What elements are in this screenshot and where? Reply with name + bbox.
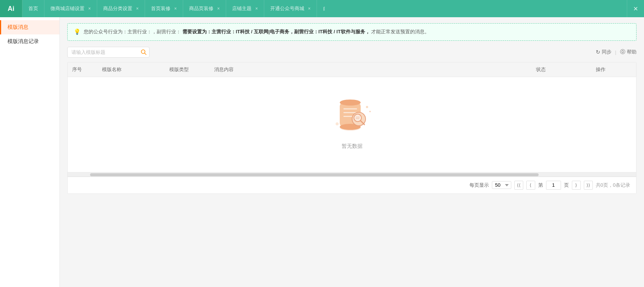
svg-point-16: [336, 122, 339, 125]
nav-tab-close-home-decor[interactable]: ×: [174, 6, 177, 11]
nav-tab-label-product-page-decor: 商品页装修: [189, 5, 213, 12]
search-right: ↻ 同步 | ⓪ 帮助: [596, 49, 637, 55]
table-header-status: 状态: [531, 62, 591, 77]
svg-point-4: [340, 100, 361, 106]
nav-tab-home-decor[interactable]: 首页装修×: [145, 0, 183, 17]
nav-tab-label-open-wechat-shop: 开通公众号商城: [270, 5, 304, 12]
svg-line-1: [145, 53, 146, 55]
current-page-input[interactable]: [546, 181, 561, 190]
horizontal-scrollbar[interactable]: [68, 172, 636, 177]
nav-tab-close-shop-theme[interactable]: ×: [255, 6, 258, 11]
search-button[interactable]: [141, 49, 147, 55]
help-button[interactable]: ⓪ 帮助: [620, 49, 637, 55]
nav-tab-home[interactable]: 首页: [22, 0, 44, 17]
table-header-type: 模版类型: [165, 62, 210, 77]
table-header-name: 模版名称: [98, 62, 165, 77]
search-left: [67, 47, 150, 58]
search-input[interactable]: [67, 47, 150, 58]
nav-tab-label-product-category: 商品分类设置: [103, 5, 132, 12]
svg-point-15: [369, 111, 371, 112]
search-input-wrap: [67, 47, 150, 58]
empty-text: 暂无数据: [342, 143, 363, 150]
page-size-label: 每页显示: [469, 182, 489, 189]
empty-state: 暂无数据: [68, 77, 636, 172]
last-page-button[interactable]: ⟩⟩: [584, 181, 593, 190]
nav-tab-product-category[interactable]: 商品分类设置×: [97, 0, 145, 17]
prev-page-button[interactable]: ⟨: [526, 181, 535, 190]
notice-icon: 💡: [74, 28, 81, 35]
search-bar: ↻ 同步 | ⓪ 帮助: [67, 47, 637, 58]
table-wrap: 序号模版名称模版类型消息内容状态操作: [67, 62, 637, 194]
nav-tab-shop-theme[interactable]: 店铺主题×: [226, 0, 264, 17]
first-page-button[interactable]: ⟨⟨: [514, 181, 523, 190]
nav-tab-label-wechat-shop-settings: 微商城店铺设置: [50, 5, 84, 12]
nav-tab-close-product-page-decor[interactable]: ×: [217, 6, 220, 11]
divider: |: [615, 49, 616, 55]
nav-tab-label-custom-menu: 自定义菜单: [323, 5, 324, 12]
table-header-action: 操作: [591, 62, 636, 77]
sidebar-items: 模版消息模版消息记录: [0, 20, 59, 49]
sync-icon: ↻: [596, 49, 600, 55]
notice-text: 您的公众号行业为：主营行业：，副营行业： 需要设置为：主营行业：IT科技 / 互…: [84, 28, 429, 36]
nav-tab-wechat-shop-settings[interactable]: 微商城店铺设置×: [44, 0, 97, 17]
sync-button[interactable]: ↻ 同步: [596, 49, 611, 55]
nav-tab-close-product-category[interactable]: ×: [136, 6, 139, 11]
main-content: 💡 您的公众号行业为：主营行业：，副营行业： 需要设置为：主营行业：IT科技 /…: [60, 17, 644, 287]
close-all-button[interactable]: ✕: [627, 0, 644, 17]
logo: Ai: [0, 0, 22, 17]
empty-illustration: [330, 92, 375, 137]
next-page-button[interactable]: ⟩: [572, 181, 581, 190]
nav-tab-product-page-decor[interactable]: 商品页装修×: [183, 0, 226, 17]
table-header-content: 消息内容: [210, 62, 531, 77]
sidebar-item-template-message[interactable]: 模版消息: [0, 20, 59, 34]
main-layout: 模版消息模版消息记录 💡 您的公众号行业为：主营行业：，副营行业： 需要设置为：…: [0, 17, 644, 287]
nav-tab-label-home: 首页: [28, 5, 38, 12]
nav-tab-label-home-decor: 首页装修: [151, 5, 170, 12]
total-label: 共0页，0条记录: [596, 182, 630, 189]
notice-box: 💡 您的公众号行业为：主营行业：，副营行业： 需要设置为：主营行业：IT科技 /…: [67, 23, 637, 41]
table-header-index: 序号: [68, 62, 98, 77]
page-label: 第: [538, 182, 543, 189]
sidebar: 模版消息模版消息记录: [0, 17, 60, 287]
pagination: 每页显示 102050100 ⟨⟨ ⟨ 第 页 ⟩ ⟩⟩ 共0页，0条记录: [68, 177, 636, 193]
nav-tab-open-wechat-shop[interactable]: 开通公众号商城×: [264, 0, 317, 17]
nav-tab-label-shop-theme: 店铺主题: [232, 5, 252, 12]
page-suffix: 页: [564, 182, 569, 189]
top-nav: Ai 首页微商城店铺设置×商品分类设置×首页装修×商品页装修×店铺主题×开通公众…: [0, 0, 644, 17]
nav-tab-custom-menu[interactable]: 自定义菜单×: [317, 0, 324, 17]
nav-tab-close-wechat-shop-settings[interactable]: ×: [88, 6, 91, 11]
sidebar-item-template-message-record[interactable]: 模版消息记录: [0, 34, 59, 49]
table-header: 序号模版名称模版类型消息内容状态操作: [68, 62, 636, 77]
help-icon: ⓪: [620, 49, 625, 55]
nav-tab-close-open-wechat-shop[interactable]: ×: [308, 6, 311, 11]
page-size-select[interactable]: 102050100: [492, 181, 511, 189]
svg-point-14: [366, 106, 368, 108]
nav-tabs: 首页微商城店铺设置×商品分类设置×首页装修×商品页装修×店铺主题×开通公众号商城…: [22, 0, 325, 17]
scrollbar-thumb: [90, 173, 539, 176]
